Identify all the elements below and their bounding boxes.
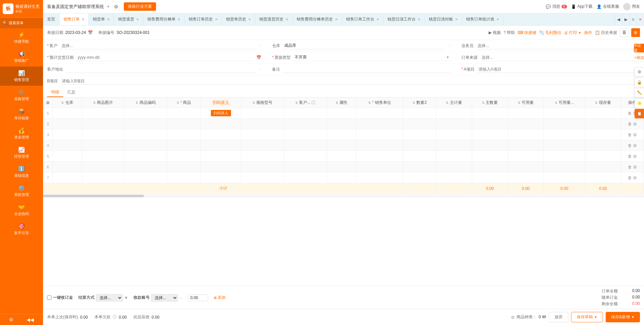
main-qty-cell[interactable] (472, 129, 508, 140)
product-image-cell[interactable] (82, 172, 124, 183)
sub-tab-detail[interactable]: 明细 (47, 88, 63, 97)
product-code-cell[interactable] (124, 119, 167, 129)
main-qty-cell[interactable] (472, 172, 508, 183)
sidebar-item-guide[interactable]: 🎯 新手引导 (0, 220, 43, 239)
operation-btn[interactable]: 操作 (584, 30, 592, 36)
profit-btn[interactable]: 📉 毛利预估 (539, 30, 561, 36)
tab-order-workbench[interactable]: 销售订单工作台 ✕ (342, 13, 383, 26)
delete-row-icon[interactable]: 🗑 (628, 143, 632, 148)
online-service-item[interactable]: 👤 在线客服 (597, 4, 619, 9)
product-cell[interactable] (167, 162, 200, 172)
invoice-type-select[interactable]: 不开票 ▼ (293, 54, 451, 61)
customer-code-cell[interactable] (284, 172, 327, 183)
right-panel-btn-2[interactable]: 🔒 (635, 78, 644, 87)
amount-input[interactable] (188, 294, 208, 301)
tab-prev-icon[interactable]: ◀ (615, 13, 622, 26)
product-image-cell[interactable] (82, 151, 124, 162)
tab-return-history[interactable]: 销货退货历史 ✕ (255, 13, 293, 26)
scan-cell[interactable] (200, 172, 241, 183)
customer-code-cell[interactable] (284, 119, 327, 129)
tab-next-icon[interactable]: ▶ (622, 13, 630, 26)
view-video-btn[interactable]: ▶ 视频 (489, 30, 501, 36)
tab-sales-invoice[interactable]: 销货单 ✕ (89, 13, 114, 26)
spec-cell[interactable] (241, 140, 284, 151)
customer-code-cell[interactable] (284, 108, 327, 119)
warehouse-cell[interactable] (53, 151, 82, 162)
add-payment-button[interactable]: ⊕ 添加 (214, 295, 226, 300)
col-product-code-header[interactable]: ⇅ 商品编码 (124, 98, 167, 108)
spec-cell[interactable] (241, 108, 284, 119)
sales-unit-cell[interactable] (356, 151, 403, 162)
row-actions-cell[interactable]: 🗑 ⊞ (621, 151, 644, 162)
tab-close-icon[interactable]: ✕ (335, 17, 338, 21)
product-cell[interactable] (167, 140, 200, 151)
current-qty-cell[interactable] (585, 162, 621, 172)
col-spec-header[interactable]: ⇅ 规格型号 (241, 98, 284, 108)
settlement-more-icon[interactable]: ▼ (124, 295, 128, 300)
tab-close-icon[interactable]: ✕ (178, 17, 180, 21)
view-toggle-btn[interactable]: ☰ (620, 28, 629, 37)
tab-sales-return[interactable]: 销货退货 ✕ (114, 13, 143, 26)
spec-cell[interactable] (241, 162, 284, 172)
customer-code-cell[interactable] (284, 129, 327, 140)
help-btn[interactable]: ? 帮助 (503, 30, 515, 36)
col-product-image-header[interactable]: ⇅ 商品图片 (82, 98, 124, 108)
product-image-cell[interactable] (82, 108, 124, 119)
tab-daily-reconcile[interactable]: 钱货日清对账 ✕ (425, 13, 462, 26)
sales-unit-cell[interactable] (356, 172, 403, 183)
a-project-text-input[interactable] (479, 67, 639, 72)
product-cell[interactable] (167, 129, 200, 140)
sub-tab-summary[interactable]: 汇总 (63, 88, 79, 97)
available-qty-cell[interactable] (508, 162, 544, 172)
warehouse-cell[interactable] (53, 172, 82, 183)
col-product-header[interactable]: ⇅ * 商品 (167, 98, 200, 108)
main-qty-cell[interactable] (472, 108, 508, 119)
a-project-input[interactable] (477, 66, 640, 73)
sales-unit-cell[interactable] (356, 119, 403, 129)
copy-row-icon[interactable]: ⊞ (633, 175, 637, 180)
delete-row-icon[interactable]: 🗑 (628, 132, 632, 137)
row-actions-cell[interactable]: 🗑 ⊞ (621, 129, 644, 140)
scan-cell[interactable] (200, 140, 241, 151)
tab-order-stats[interactable]: 销售订单统计表 ✕ (462, 13, 503, 26)
right-panel-btn-4[interactable]: ⭐ (635, 98, 644, 108)
current-qty-cell[interactable] (585, 119, 621, 129)
attribute-cell[interactable] (327, 151, 356, 162)
customer-input[interactable] (60, 42, 256, 49)
customer-select-input[interactable] (62, 43, 255, 48)
product-image-cell[interactable] (82, 140, 124, 151)
one-click-deposit-checkbox[interactable]: 一键收订金 (47, 295, 73, 300)
available-qty-cell[interactable] (508, 172, 544, 183)
delete-row-icon[interactable]: 🗑 (628, 175, 632, 180)
row-actions-cell[interactable]: 🗑 ⊞ (621, 140, 644, 151)
sidebar-item-purchase[interactable]: 🛒 采购管理 (0, 86, 43, 105)
product-image-cell[interactable] (82, 119, 124, 129)
spec-cell[interactable] (241, 119, 284, 129)
tab-close-icon[interactable]: ✕ (136, 17, 139, 21)
sidebar-item-marketing[interactable]: 📢 营销推广 (0, 47, 43, 67)
delivery-date-input[interactable] (76, 54, 254, 61)
col-warehouse-header[interactable]: ⇅ 仓库 (53, 98, 82, 108)
main-unit-cell[interactable] (436, 129, 472, 140)
product-cell[interactable] (167, 108, 200, 119)
main-unit-cell[interactable] (436, 140, 472, 151)
product-code-cell[interactable] (124, 129, 167, 140)
customer-code-cell[interactable] (284, 140, 327, 151)
tab-close-icon[interactable]: ✕ (286, 17, 288, 21)
sidebar-item-sales[interactable]: 📊 销售管理 (0, 67, 43, 86)
col-available-qty-header[interactable]: ⇅ 可用量 (508, 98, 544, 108)
attribute-cell[interactable] (327, 119, 356, 129)
expand-btn[interactable]: ⊞ (631, 28, 640, 37)
scan-cell[interactable] (200, 162, 241, 172)
scrollbar-thumb[interactable] (43, 195, 144, 197)
col-qty2-header[interactable]: ⇅ 数量2 (403, 98, 436, 108)
tab-close-icon[interactable]: ✕ (82, 17, 84, 21)
current-qty-cell[interactable] (585, 172, 621, 183)
product-code-cell[interactable] (124, 108, 167, 119)
product-code-cell[interactable] (124, 151, 167, 162)
tab-home[interactable]: 首页 (43, 13, 60, 26)
tab-menu-icon[interactable]: ≡ (630, 13, 636, 26)
sales-unit-cell[interactable] (356, 108, 403, 119)
salesperson-input[interactable] (476, 42, 635, 49)
scan-cell[interactable] (200, 151, 241, 162)
